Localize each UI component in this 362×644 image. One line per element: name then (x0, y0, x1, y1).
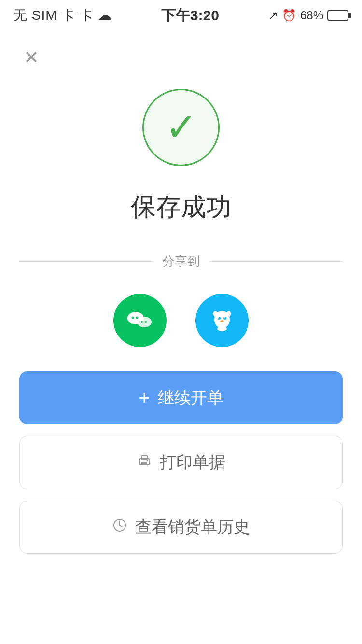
svg-rect-16 (141, 462, 147, 465)
svg-point-3 (136, 317, 139, 319)
svg-point-18 (147, 460, 148, 462)
svg-point-12 (220, 320, 224, 322)
qq-icon (205, 304, 239, 337)
status-bar: 无 SIM 卡 卡 ☁ 下午3:20 ↗ ⏰ 68% (0, 0, 362, 31)
history-button[interactable]: 查看销货单历史 (19, 501, 343, 554)
alarm-icon: ⏰ (282, 9, 296, 22)
location-icon: ↗ (268, 9, 278, 22)
wechat-icon (123, 304, 157, 337)
svg-point-1 (137, 317, 152, 327)
success-circle: ✓ (142, 89, 220, 166)
status-right: ↗ ⏰ 68% (268, 9, 348, 22)
svg-point-5 (145, 321, 147, 323)
sim-text: 无 SIM 卡 (14, 8, 75, 23)
main-content: ✕ ✓ 保存成功 分享到 (0, 31, 362, 644)
checkmark-icon: ✓ (165, 108, 197, 147)
battery-percent: 68% (300, 9, 323, 22)
share-label: 分享到 (162, 253, 200, 270)
share-divider: 分享到 (19, 253, 343, 270)
svg-point-2 (132, 317, 134, 319)
wifi-icon: 卡 ☁ (80, 8, 112, 23)
share-section: 分享到 (0, 253, 362, 347)
print-button-label: 打印单据 (160, 451, 225, 474)
history-button-label: 查看销货单历史 (135, 516, 250, 538)
close-button[interactable]: ✕ (19, 45, 43, 70)
history-icon (112, 518, 127, 537)
close-icon: ✕ (24, 48, 39, 67)
divider-left (19, 261, 153, 262)
svg-point-8 (218, 317, 221, 320)
print-icon (137, 453, 152, 472)
svg-point-10 (218, 317, 219, 318)
svg-point-9 (223, 317, 226, 320)
divider-right (209, 261, 343, 262)
continue-button-label: 继续开单 (158, 387, 223, 409)
plus-icon: + (139, 387, 150, 409)
success-section: ✓ 保存成功 (0, 31, 362, 253)
wechat-share-button[interactable] (113, 294, 167, 347)
status-left: 无 SIM 卡 卡 ☁ (14, 6, 112, 25)
battery-icon (327, 10, 348, 21)
svg-line-21 (120, 525, 122, 527)
svg-point-11 (224, 317, 225, 318)
action-buttons: + 继续开单 打印单据 (0, 371, 362, 554)
status-time: 下午3:20 (161, 6, 219, 26)
print-button[interactable]: 打印单据 (19, 436, 343, 489)
qq-share-button[interactable] (195, 294, 249, 347)
continue-button[interactable]: + 继续开单 (19, 371, 343, 424)
svg-point-4 (141, 321, 143, 323)
success-title: 保存成功 (131, 190, 231, 224)
share-icons (19, 294, 343, 347)
svg-point-7 (217, 326, 227, 331)
